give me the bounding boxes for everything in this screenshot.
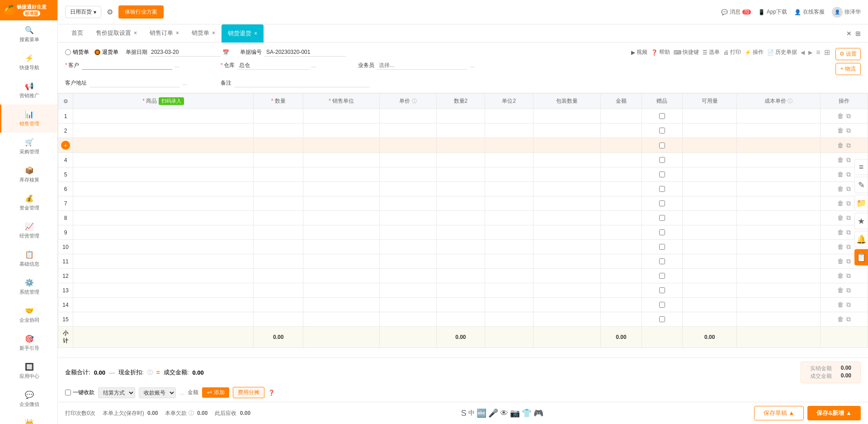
pack-qty-cell-3[interactable] [533, 138, 600, 153]
tab-sale-order[interactable]: 销售订单 × [143, 24, 185, 43]
gift-cell-10[interactable] [642, 240, 683, 254]
available-cell-9[interactable] [683, 225, 737, 240]
print-btn[interactable]: 🖨 打印 [723, 48, 741, 56]
price-cell-8[interactable] [380, 211, 437, 225]
available-cell-15[interactable] [683, 312, 737, 327]
copy-icon-2[interactable]: ⧉ [846, 127, 851, 134]
price-cell-9[interactable] [380, 225, 437, 240]
product-cell-11[interactable] [73, 254, 254, 269]
tool-icon-1[interactable]: S [461, 409, 467, 418]
product-cell-3[interactable] [73, 138, 254, 153]
unit-cell-5[interactable] [303, 167, 380, 182]
copy-icon-15[interactable]: ⧉ [846, 315, 851, 323]
quick-action-5[interactable]: 🔔 [854, 231, 868, 247]
qty-cell-3[interactable] [254, 138, 303, 153]
sale-radio[interactable]: 销货单 [65, 48, 89, 56]
unit-cell-1[interactable] [303, 109, 380, 124]
gift-checkbox-2[interactable] [659, 128, 665, 133]
tool-icon-8[interactable]: 🎮 [533, 408, 543, 418]
tool-icon-2[interactable]: 中 [468, 409, 475, 417]
available-cell-3[interactable] [683, 138, 737, 153]
unit-cell-4[interactable] [303, 153, 380, 167]
add-row-button[interactable]: + [61, 141, 70, 150]
sidebar-item-guide[interactable]: 🎯 新手引导 [0, 329, 57, 357]
gift-checkbox-7[interactable] [659, 200, 665, 206]
unit2-cell-3[interactable] [485, 138, 533, 153]
tab-close-sale-order[interactable]: × [176, 30, 179, 36]
pack-qty-cell-14[interactable] [533, 298, 600, 312]
available-cell-5[interactable] [683, 167, 737, 182]
qty-cell-10[interactable] [254, 240, 303, 254]
unit2-cell-2[interactable] [485, 124, 533, 138]
tool-icon-3[interactable]: 🔤 [476, 408, 486, 418]
copy-icon-3[interactable]: ⧉ [846, 142, 851, 149]
available-cell-6[interactable] [683, 182, 737, 196]
gift-checkbox-14[interactable] [659, 302, 665, 308]
amount-cell-5[interactable] [601, 167, 642, 182]
tab-home[interactable]: 首页 [65, 24, 90, 43]
warehouse-dots[interactable]: ... [311, 62, 316, 69]
price-cell-7[interactable] [380, 196, 437, 211]
product-cell-8[interactable] [73, 211, 254, 225]
customer-dots[interactable]: ... [175, 62, 179, 69]
pack-qty-cell-11[interactable] [533, 254, 600, 269]
product-cell-10[interactable] [73, 240, 254, 254]
sidebar-item-marketing[interactable]: 📢 营销推广 [0, 76, 57, 105]
gift-cell-14[interactable] [642, 298, 683, 312]
gift-cell-12[interactable] [642, 269, 683, 283]
qty-cell-2[interactable] [254, 124, 303, 138]
th-gear[interactable]: ⚙ [58, 94, 73, 109]
amount-cell-6[interactable] [601, 182, 642, 196]
gift-cell-6[interactable] [642, 182, 683, 196]
gift-cell-11[interactable] [642, 254, 683, 269]
shortcut-btn[interactable]: ⌨ 快捷键 [674, 48, 699, 56]
debt-info-icon[interactable]: ⓘ [189, 410, 194, 416]
gift-cell-9[interactable] [642, 225, 683, 240]
delete-icon-6[interactable]: 🗑 [837, 185, 844, 193]
pack-qty-cell-15[interactable] [533, 312, 600, 327]
user-item[interactable]: 👤 徐泽华 [832, 7, 861, 18]
cost-price-cell-8[interactable] [737, 211, 820, 225]
available-cell-4[interactable] [683, 153, 737, 167]
unit2-cell-11[interactable] [485, 254, 533, 269]
available-cell-7[interactable] [683, 196, 737, 211]
cost-price-cell-10[interactable] [737, 240, 820, 254]
copy-icon-14[interactable]: ⧉ [846, 301, 851, 309]
gift-cell-13[interactable] [642, 283, 683, 298]
sidebar-item-purchase[interactable]: 🛒 采购管理 [0, 133, 57, 161]
qty2-cell-12[interactable] [436, 269, 485, 283]
unit-cell-12[interactable] [303, 269, 380, 283]
qty2-cell-15[interactable] [436, 312, 485, 327]
salesperson-input[interactable] [377, 61, 467, 70]
gift-checkbox-9[interactable] [659, 229, 665, 235]
one-click-checkbox-input[interactable] [65, 390, 71, 395]
available-cell-13[interactable] [683, 283, 737, 298]
product-cell-4[interactable] [73, 153, 254, 167]
unit-cell-15[interactable] [303, 312, 380, 327]
qty2-cell-6[interactable] [436, 182, 485, 196]
unit-cell-8[interactable] [303, 211, 380, 225]
amount-cell-4[interactable] [601, 153, 642, 167]
sidebar-item-base[interactable]: 📋 基础信息 [0, 245, 57, 273]
price-cell-12[interactable] [380, 269, 437, 283]
copy-icon-4[interactable]: ⧉ [846, 156, 851, 164]
app-download-item[interactable]: 📱 App下载 [758, 8, 787, 16]
product-cell-14[interactable] [73, 298, 254, 312]
gift-checkbox-1[interactable] [659, 113, 665, 119]
address-input[interactable] [90, 79, 180, 87]
gift-checkbox-13[interactable] [659, 287, 665, 293]
copy-icon-11[interactable]: ⧉ [846, 257, 851, 265]
product-input-3[interactable] [76, 142, 250, 148]
sidebar-item-finance[interactable]: 💰 资金管理 [0, 189, 57, 217]
amount-cell-13[interactable] [601, 283, 642, 298]
qty2-cell-7[interactable] [436, 196, 485, 211]
delete-icon-8[interactable]: 🗑 [837, 214, 844, 222]
tool-icon-4[interactable]: 🎤 [488, 408, 498, 418]
cost-price-cell-15[interactable] [737, 312, 820, 327]
gift-checkbox-10[interactable] [659, 244, 665, 250]
qty2-cell-5[interactable] [436, 167, 485, 182]
unit-cell-14[interactable] [303, 298, 380, 312]
help-btn[interactable]: ❓ 帮助 [651, 48, 670, 56]
available-cell-8[interactable] [683, 211, 737, 225]
qty2-cell-4[interactable] [436, 153, 485, 167]
